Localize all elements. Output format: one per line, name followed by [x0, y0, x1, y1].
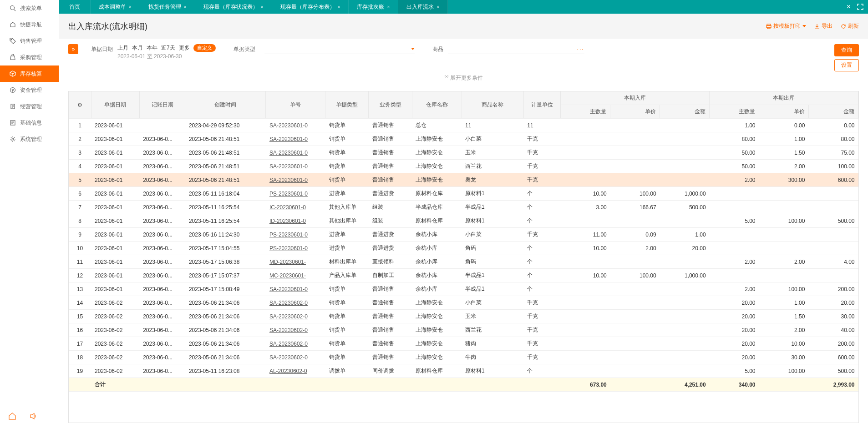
- product-input[interactable]: ···: [448, 44, 584, 54]
- doc-no-link[interactable]: PS-20230601-0: [269, 232, 308, 238]
- tab-3[interactable]: 现存量（库存状况表）×: [195, 0, 272, 14]
- doc-no-link[interactable]: SA-20230601-0: [269, 150, 308, 156]
- doc-no-link[interactable]: IC-20230601-0: [269, 204, 306, 211]
- close-icon[interactable]: ×: [387, 5, 390, 10]
- table-row[interactable]: 32023-06-012023-06-0...2023-05-06 21:48:…: [69, 146, 858, 160]
- doctype-dropdown[interactable]: [264, 44, 415, 54]
- table-row[interactable]: 162023-06-022023-06-0...2023-05-06 21:34…: [69, 323, 858, 337]
- expand-more-filters[interactable]: 展开更多条件: [59, 71, 868, 86]
- table-row[interactable]: 132023-06-012023-06-0...2023-05-17 15:08…: [69, 282, 858, 296]
- sidebar-item-1[interactable]: 快捷导航: [0, 16, 59, 33]
- close-icon[interactable]: ×: [129, 5, 132, 10]
- settings-button[interactable]: 设置: [834, 59, 859, 71]
- doc-no-link[interactable]: SA-20230602-0: [269, 300, 308, 306]
- col-group-in: 本期入库: [561, 91, 710, 105]
- col-product[interactable]: 商品名称: [462, 91, 523, 119]
- col-in-qty[interactable]: 主数量: [561, 105, 610, 119]
- doctype-filter-label: 单据类型: [233, 44, 255, 54]
- svg-point-5: [12, 138, 14, 140]
- date-opt[interactable]: 更多: [179, 44, 190, 52]
- table-row[interactable]: 122023-06-012023-06-0...2023-05-17 15:07…: [69, 269, 858, 282]
- doc-no-link[interactable]: MC-20230601-: [269, 272, 306, 279]
- search-button[interactable]: 查询: [834, 44, 859, 56]
- table-row[interactable]: 52023-06-012023-06-0...2023-05-06 21:48:…: [69, 173, 858, 187]
- doc-no-link[interactable]: PS-20230601-0: [269, 245, 308, 252]
- table-row[interactable]: 142023-06-022023-06-0...2023-05-06 21:34…: [69, 296, 858, 310]
- tab-4[interactable]: 现存量（库存分布表）×: [272, 0, 349, 14]
- doc-no-link[interactable]: PS-20230601-0: [269, 191, 308, 197]
- col-out-price[interactable]: 单价: [759, 105, 809, 119]
- tab-6[interactable]: 出入库流水×: [398, 0, 448, 14]
- close-tab-icon[interactable]: ×: [847, 3, 851, 11]
- refresh-button[interactable]: 刷新: [841, 22, 859, 30]
- export-button[interactable]: 导出: [814, 22, 832, 30]
- table-row[interactable]: 12023-06-012023-04-29 09:52:30SA-2023060…: [69, 119, 858, 132]
- table-row[interactable]: 92023-06-012023-06-0...2023-05-16 11:24:…: [69, 228, 858, 242]
- col-out-qty[interactable]: 主数量: [710, 105, 759, 119]
- print-button[interactable]: 按模板打印: [766, 22, 806, 30]
- col-biz-type[interactable]: 业务类型: [369, 91, 412, 119]
- col-uom[interactable]: 计量单位: [523, 91, 561, 119]
- sidebar-item-3[interactable]: 采购管理: [0, 49, 59, 65]
- table-row[interactable]: 152023-06-022023-06-0...2023-05-06 21:34…: [69, 310, 858, 323]
- col-doc-type[interactable]: 单据类型: [325, 91, 369, 119]
- doc-no-link[interactable]: SA-20230602-0: [269, 354, 308, 361]
- doc-no-link[interactable]: SA-20230602-0: [269, 327, 308, 333]
- footer-home-icon[interactable]: [8, 412, 16, 420]
- col-in-amount[interactable]: 金额: [660, 105, 710, 119]
- doc-no-link[interactable]: SA-20230602-0: [269, 313, 308, 320]
- close-icon[interactable]: ×: [437, 5, 439, 10]
- tab-label: 拣货任务管理: [148, 3, 181, 11]
- doc-no-link[interactable]: SA-20230601-0: [269, 177, 308, 183]
- doc-no-link[interactable]: MD-20230601-: [269, 259, 306, 265]
- table-row[interactable]: 182023-06-022023-06-0...2023-05-06 21:34…: [69, 351, 858, 364]
- date-custom-pill[interactable]: 自定义: [193, 44, 216, 52]
- table-row[interactable]: 192023-06-022023-06-0...2023-05-11 16:23…: [69, 364, 858, 378]
- fullscreen-icon[interactable]: [857, 4, 863, 10]
- sidebar-item-6[interactable]: 经营管理: [0, 98, 59, 115]
- sidebar-item-2[interactable]: 销售管理: [0, 33, 59, 49]
- date-opt[interactable]: 本月: [132, 44, 143, 52]
- close-icon[interactable]: ×: [338, 5, 340, 10]
- col-book-date[interactable]: 记账日期: [139, 91, 185, 119]
- sidebar-item-0[interactable]: 搜索菜单: [0, 0, 59, 16]
- table-row[interactable]: 42023-06-012023-06-0...2023-05-06 21:48:…: [69, 160, 858, 173]
- doc-no-link[interactable]: SA-20230602-0: [269, 341, 308, 347]
- table-row[interactable]: 102023-06-012023-06-0...2023-05-17 15:04…: [69, 242, 858, 255]
- sidebar-item-4[interactable]: 库存核算: [0, 65, 59, 82]
- table-row[interactable]: 22023-06-012023-06-0...2023-05-06 21:48:…: [69, 132, 858, 146]
- col-doc-no[interactable]: 单号: [266, 91, 325, 119]
- date-opt[interactable]: 本年: [147, 44, 157, 52]
- doc-no-link[interactable]: SA-20230601-0: [269, 136, 308, 142]
- date-opt[interactable]: 近7天: [161, 44, 175, 52]
- collapse-filters-button[interactable]: »: [68, 44, 78, 54]
- table-row[interactable]: 172023-06-022023-06-0...2023-05-06 21:34…: [69, 337, 858, 351]
- tab-1[interactable]: 成本调整单×: [91, 0, 140, 14]
- tab-5[interactable]: 库存批次账×: [349, 0, 398, 14]
- report-table: ⚙ 单据日期 记账日期 创建时间 单号 单据类型 业务类型 仓库名称 商品名称 …: [69, 91, 858, 392]
- table-row[interactable]: 112023-06-012023-06-0...2023-05-17 15:06…: [69, 255, 858, 269]
- doc-no-link[interactable]: SA-20230601-0: [269, 286, 308, 292]
- doc-no-link[interactable]: SA-20230601-0: [269, 122, 308, 129]
- doc-no-link[interactable]: ID-20230601-0: [269, 218, 306, 224]
- col-out-amount[interactable]: 金额: [808, 105, 858, 119]
- sidebar-item-8[interactable]: 系统管理: [0, 131, 59, 147]
- col-warehouse[interactable]: 仓库名称: [412, 91, 462, 119]
- sidebar-item-7[interactable]: 基础信息: [0, 115, 59, 131]
- sidebar-item-5[interactable]: 资金管理: [0, 82, 59, 98]
- date-opt[interactable]: 上月: [117, 44, 128, 52]
- col-doc-date[interactable]: 单据日期: [91, 91, 139, 119]
- tab-2[interactable]: 拣货任务管理×: [140, 0, 195, 14]
- tab-0[interactable]: 首页: [59, 0, 91, 14]
- table-row[interactable]: 82023-06-012023-06-0...2023-05-11 16:25:…: [69, 214, 858, 228]
- table-row[interactable]: 62023-06-012023-06-0...2023-05-11 16:18:…: [69, 187, 858, 201]
- close-icon[interactable]: ×: [261, 5, 264, 10]
- doc-no-link[interactable]: SA-20230601-0: [269, 163, 308, 170]
- close-icon[interactable]: ×: [184, 5, 187, 10]
- doc-no-link[interactable]: AL-20230602-0: [269, 368, 307, 374]
- col-create-time[interactable]: 创建时间: [185, 91, 266, 119]
- col-in-price[interactable]: 单价: [610, 105, 660, 119]
- table-settings-icon[interactable]: ⚙: [69, 91, 91, 119]
- table-row[interactable]: 72023-06-012023-06-0...2023-05-11 16:25:…: [69, 201, 858, 214]
- footer-sound-icon[interactable]: [29, 412, 37, 420]
